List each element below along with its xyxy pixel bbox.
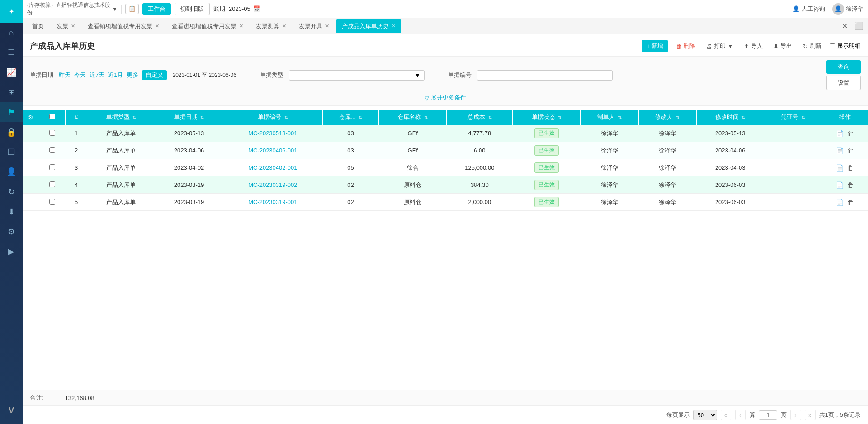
td-checkbox-1[interactable] (39, 125, 65, 142)
shortcut-custom[interactable]: 自定义 (142, 70, 167, 80)
number-link-3[interactable]: MC-20230402-001 (248, 164, 297, 171)
sidebar-item-doc[interactable]: ☰ (0, 43, 23, 62)
th-total-cost[interactable]: 总成本 ⇅ (447, 110, 513, 125)
shortcut-more[interactable]: 更多 (127, 71, 138, 79)
th-status[interactable]: 单据状态 ⇅ (513, 110, 580, 125)
row-edit-btn-5[interactable]: 📄 (836, 199, 844, 206)
number-link-1[interactable]: MC-20230513-001 (248, 130, 297, 137)
per-page-select[interactable]: 50 100 200 (693, 410, 717, 420)
shortcut-1month[interactable]: 近1月 (108, 71, 123, 79)
td-number-2[interactable]: MC-20230406-001 (223, 142, 322, 159)
workbench-button[interactable]: 工作台 (142, 3, 171, 15)
th-modifier[interactable]: 修改人 ⇅ (638, 110, 696, 125)
th-type[interactable]: 单据类型 ⇅ (87, 110, 155, 125)
row-checkbox-4[interactable] (49, 181, 55, 187)
page-input[interactable] (759, 410, 777, 420)
th-number[interactable]: 单据编号 ⇅ (223, 110, 322, 125)
th-date[interactable]: 单据日期 ⇅ (155, 110, 223, 125)
td-checkbox-5[interactable] (39, 194, 65, 211)
number-link-5[interactable]: MC-20230319-001 (248, 199, 297, 205)
tab-product-history[interactable]: 产成品入库单历史 ✕ (336, 19, 401, 33)
shortcut-7days[interactable]: 近7天 (90, 71, 104, 79)
shortcut-yesterday[interactable]: 昨天 (59, 71, 71, 79)
app-logo[interactable]: ✦ (0, 0, 23, 23)
td-checkbox-3[interactable] (39, 159, 65, 176)
last-page-btn[interactable]: » (805, 410, 816, 420)
row-delete-btn-1[interactable]: 🗑 (847, 130, 854, 137)
calendar-icon[interactable]: 📅 (253, 5, 260, 12)
sidebar-item-home[interactable]: ⌂ (0, 23, 23, 43)
tab-close-all-btn[interactable]: ✕ (839, 21, 850, 32)
th-modify-time[interactable]: 修改时间 ⇅ (696, 110, 764, 125)
row-checkbox-2[interactable] (49, 147, 55, 153)
td-checkbox-4[interactable] (39, 176, 65, 194)
th-checkbox[interactable] (39, 110, 65, 125)
sidebar-item-v[interactable]: V (0, 400, 23, 420)
sidebar-item-play[interactable]: ▶ (0, 242, 23, 262)
row-edit-btn-1[interactable]: 📄 (836, 130, 844, 137)
tab-invoice-calc[interactable]: 发票测算 ✕ (250, 19, 292, 33)
type-filter-select[interactable]: ▼ (289, 70, 425, 81)
prev-page-btn[interactable]: ‹ (735, 410, 746, 420)
print-button[interactable]: 🖨 打印 ▼ (703, 40, 736, 52)
sidebar-item-refresh-nav[interactable]: ↻ (0, 182, 23, 202)
shortcut-today[interactable]: 今天 (74, 71, 86, 79)
row-delete-btn-5[interactable]: 🗑 (847, 199, 854, 206)
switch-version-button[interactable]: 切到旧版 (175, 3, 210, 15)
sidebar-item-flag[interactable]: ⚑ (0, 102, 23, 122)
th-warehouse-name[interactable]: 仓库名称 ⇅ (379, 110, 447, 125)
td-number-4[interactable]: MC-20230319-002 (223, 176, 322, 194)
number-link-4[interactable]: MC-20230319-002 (248, 181, 297, 188)
row-delete-btn-3[interactable]: 🗑 (847, 164, 854, 172)
td-number-5[interactable]: MC-20230319-001 (223, 194, 322, 211)
close-icon-purchase[interactable]: ✕ (239, 23, 243, 29)
td-number-1[interactable]: MC-20230513-001 (223, 125, 322, 142)
row-delete-btn-2[interactable]: 🗑 (847, 147, 854, 154)
th-creator[interactable]: 制单人 ⇅ (580, 110, 638, 125)
refresh-button[interactable]: ↻ 刷新 (800, 40, 824, 52)
tab-invoice-open[interactable]: 发票开具 ✕ (293, 19, 335, 33)
td-number-3[interactable]: MC-20230402-001 (223, 159, 322, 176)
sidebar-item-settings[interactable]: ⚙ (0, 222, 23, 242)
select-all-checkbox[interactable] (49, 114, 55, 119)
row-delete-btn-4[interactable]: 🗑 (847, 181, 854, 189)
close-icon-open[interactable]: ✕ (325, 23, 329, 29)
row-edit-btn-2[interactable]: 📄 (836, 147, 844, 154)
sidebar-item-chart[interactable]: 📈 (0, 62, 23, 82)
tab-check-sales[interactable]: 查看销项增值税专用发票 ✕ (82, 19, 165, 33)
row-checkbox-5[interactable] (49, 199, 55, 205)
query-button[interactable]: 查询 (826, 60, 861, 74)
user-info[interactable]: 👤 徐泽华 (832, 3, 863, 15)
row-checkbox-1[interactable] (49, 130, 55, 136)
next-page-btn[interactable]: › (790, 410, 801, 420)
sidebar-item-grid[interactable]: ⊞ (0, 82, 23, 102)
show-detail-checkbox[interactable] (830, 43, 835, 49)
doc-icon-btn[interactable]: 📋 (125, 4, 139, 14)
tab-home[interactable]: 首页 (26, 19, 50, 33)
row-edit-btn-3[interactable]: 📄 (836, 164, 844, 172)
th-voucher[interactable]: 凭证号 ⇅ (764, 110, 822, 125)
tab-invoice[interactable]: 发票 ✕ (51, 19, 81, 33)
row-checkbox-3[interactable] (49, 164, 55, 170)
expand-filter-btn[interactable]: ▽ 展开更多条件 (425, 94, 466, 102)
number-filter-input[interactable] (477, 70, 613, 81)
sidebar-item-lock[interactable]: 🔒 (0, 122, 23, 142)
th-warehouse-code[interactable]: 仓库... ⇅ (322, 110, 378, 125)
company-selector[interactable]: (库存核算）直播轻视通信息技术股份... ▼ (27, 1, 118, 17)
close-icon-calc[interactable]: ✕ (282, 23, 286, 29)
tab-check-purchase[interactable]: 查看进项增值税专用发票 ✕ (166, 19, 249, 33)
new-button[interactable]: + 新增 (642, 40, 668, 52)
support-btn[interactable]: 👤 人工咨询 (790, 3, 828, 15)
th-settings[interactable]: ⚙ (23, 110, 39, 125)
show-detail-label[interactable]: 显示明细 (830, 42, 861, 50)
tab-maximize-btn[interactable]: ⬜ (854, 21, 864, 32)
row-edit-btn-4[interactable]: 📄 (836, 181, 844, 189)
import-button[interactable]: ⬆ 导入 (741, 40, 765, 52)
close-icon-sales[interactable]: ✕ (155, 23, 159, 29)
close-icon-history[interactable]: ✕ (392, 23, 396, 29)
export-button[interactable]: ⬇ 导出 (771, 40, 795, 52)
set-button[interactable]: 设置 (826, 76, 861, 90)
sidebar-item-layers[interactable]: ❑ (0, 142, 23, 162)
first-page-btn[interactable]: « (721, 410, 731, 420)
td-checkbox-2[interactable] (39, 142, 65, 159)
